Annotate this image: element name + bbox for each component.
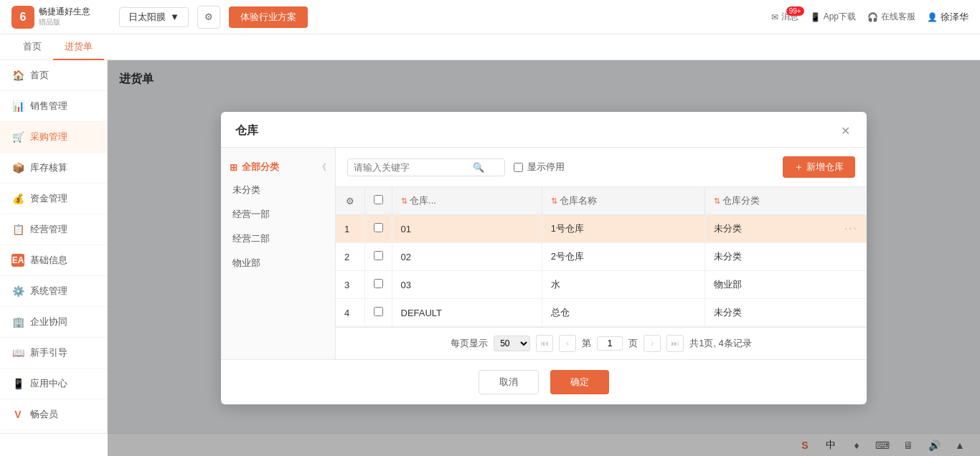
category-all-label: ⊞ 全部分类 xyxy=(230,161,279,174)
table-row[interactable]: 3 03 水 物业部 xyxy=(336,271,867,299)
category-uncategorized[interactable]: 未分类 xyxy=(221,178,335,202)
per-page-select[interactable]: 50 100 200 xyxy=(494,336,530,351)
confirm-button[interactable]: 确定 xyxy=(550,370,609,394)
table-header-row: ⚙ ⇅ 仓库... xyxy=(336,187,867,215)
sidebar-appcenter-label: 应用中心 xyxy=(30,377,67,390)
app-download-btn[interactable]: 📱 App下载 xyxy=(810,11,856,23)
sidebar-vip-label: 畅会员 xyxy=(30,408,58,421)
row1-check[interactable] xyxy=(364,215,392,243)
sidebar-item-enterprise[interactable]: 🏢 企业协同 xyxy=(0,307,107,338)
online-service-label: 在线客服 xyxy=(881,11,915,23)
row1-name: 1号仓库 xyxy=(542,215,705,243)
page-prev-btn[interactable]: ‹ xyxy=(559,335,576,352)
appcenter-icon: 📱 xyxy=(11,377,24,390)
warehouse-dialog: 仓库 ✕ ⊞ 全部分类 《 未分类 xyxy=(221,112,867,404)
cancel-button[interactable]: 取消 xyxy=(479,370,539,394)
row1-checkbox[interactable] xyxy=(374,223,383,232)
row4-code: DEFAULT xyxy=(392,299,542,327)
th-code: ⇅ 仓库... xyxy=(392,187,542,215)
show-disabled-checkbox[interactable] xyxy=(514,163,523,172)
page-last-btn[interactable]: ⏭ xyxy=(666,335,684,352)
sort-icon-code: ⇅ xyxy=(401,196,407,205)
sidebar-item-home[interactable]: 🏠 首页 xyxy=(0,60,107,91)
dialog-close-button[interactable]: ✕ xyxy=(838,124,852,138)
row3-name: 水 xyxy=(542,271,705,299)
category-property[interactable]: 物业部 xyxy=(221,251,335,275)
add-warehouse-button[interactable]: ＋ 新增仓库 xyxy=(783,156,855,178)
th-name: ⇅ 仓库名称 xyxy=(542,187,705,215)
page-label: 第 xyxy=(582,337,591,350)
sidebar-inventory-label: 库存核算 xyxy=(30,161,67,174)
search-input[interactable] xyxy=(354,162,468,173)
dialog-toolbar: 🔍 显示停用 ＋ 新增仓库 xyxy=(336,148,867,187)
basic-icon: EA xyxy=(11,254,24,267)
company-selector[interactable]: 日太阳膜 ▼ xyxy=(119,7,189,27)
sidebar-item-system[interactable]: ⚙️ 系统管理 xyxy=(0,276,107,307)
page-next-btn[interactable]: › xyxy=(644,335,661,352)
collapse-icon[interactable]: 《 xyxy=(318,161,326,174)
sidebar-item-finance[interactable]: 💰 资金管理 xyxy=(0,184,107,214)
online-service-btn[interactable]: 🎧 在线客服 xyxy=(867,11,915,23)
category-dept1[interactable]: 经营一部 xyxy=(221,202,335,227)
sidebar-item-inventory[interactable]: 📦 库存核算 xyxy=(0,153,107,184)
row4-category: 未分类 xyxy=(705,299,867,327)
select-all-checkbox[interactable] xyxy=(374,195,383,204)
header-right: ✉ 消息 99+ 📱 App下载 🎧 在线客服 👤 徐泽华 xyxy=(771,11,969,24)
sidebar-item-purchase[interactable]: 🛒 采购管理 xyxy=(0,122,107,153)
tab-home[interactable]: 首页 xyxy=(11,34,53,60)
logo-area: 6 畅捷通好生意 猎品版 xyxy=(11,6,119,29)
search-icon[interactable]: 🔍 xyxy=(473,162,484,173)
page-first-btn[interactable]: ⏮ xyxy=(536,335,553,352)
sidebar-item-sales[interactable]: 📊 销售管理 xyxy=(0,91,107,122)
row4-no: 4 xyxy=(336,299,364,327)
header-center: 日太阳膜 ▼ ⚙ 体验行业方案 xyxy=(119,6,771,29)
category-all-header[interactable]: ⊞ 全部分类 《 xyxy=(221,156,335,178)
category-dept2[interactable]: 经营二部 xyxy=(221,227,335,251)
notification-badge: 99+ xyxy=(786,6,804,16)
sidebar-enterprise-label: 企业协同 xyxy=(30,315,67,328)
show-disabled-label[interactable]: 显示停用 xyxy=(514,161,565,174)
table-row[interactable]: 1 01 1号仓库 未分类 ··· xyxy=(336,215,867,243)
operation-icon: 📋 xyxy=(11,223,24,236)
sales-icon: 📊 xyxy=(11,100,24,113)
page-number-input[interactable] xyxy=(597,336,623,351)
row2-code: 02 xyxy=(392,243,542,271)
app-download-label: App下载 xyxy=(824,11,856,23)
sidebar-item-basic[interactable]: EA 基础信息 xyxy=(0,245,107,276)
row2-name: 2号仓库 xyxy=(542,243,705,271)
warehouse-table-wrapper: ⚙ ⇅ 仓库... xyxy=(336,187,867,327)
dialog-header: 仓库 ✕ xyxy=(221,112,867,148)
table-row[interactable]: 4 DEFAULT 总仓 未分类 xyxy=(336,299,867,327)
row3-check[interactable] xyxy=(364,271,392,299)
sidebar: 🏠 首页 📊 销售管理 🛒 采购管理 📦 库存核算 💰 资金管理 📋 经营管理 … xyxy=(0,60,108,456)
th-check xyxy=(364,187,392,215)
settings-btn[interactable]: ⚙ xyxy=(197,6,220,29)
modal-overlay: 仓库 ✕ ⊞ 全部分类 《 未分类 xyxy=(108,60,980,456)
tab-purchase[interactable]: 进货单 xyxy=(53,34,104,60)
row2-checkbox[interactable] xyxy=(374,251,383,260)
company-name: 日太阳膜 xyxy=(128,11,166,24)
trial-button[interactable]: 体验行业方案 xyxy=(229,6,308,28)
table-row[interactable]: 2 02 2号仓库 未分类 xyxy=(336,243,867,271)
vip-icon: V xyxy=(11,408,24,421)
row4-checkbox[interactable] xyxy=(374,307,383,316)
page-unit: 页 xyxy=(628,337,638,350)
sidebar-item-operation[interactable]: 📋 经营管理 xyxy=(0,214,107,245)
sidebar-guide-label: 新手引导 xyxy=(30,346,67,359)
sidebar-item-appcenter[interactable]: 📱 应用中心 xyxy=(0,369,107,399)
user-area[interactable]: 👤 徐泽华 xyxy=(927,11,969,24)
message-icon: ✉ xyxy=(771,12,778,22)
nav-tabs: 首页 进货单 xyxy=(0,34,980,60)
sidebar-item-vip[interactable]: V 畅会员 xyxy=(0,399,107,430)
sidebar-item-guide[interactable]: 📖 新手引导 xyxy=(0,338,107,369)
sidebar-home-label: 首页 xyxy=(30,69,49,82)
row1-more-icon[interactable]: ··· xyxy=(844,222,858,235)
avatar-icon: 👤 xyxy=(927,12,938,22)
row4-check[interactable] xyxy=(364,299,392,327)
grid-icon: ⊞ xyxy=(230,162,237,173)
row3-checkbox[interactable] xyxy=(374,279,383,288)
notifications-btn[interactable]: ✉ 消息 99+ xyxy=(771,11,798,23)
dialog-title: 仓库 xyxy=(235,123,258,138)
row2-check[interactable] xyxy=(364,243,392,271)
system-icon: ⚙️ xyxy=(11,285,24,298)
